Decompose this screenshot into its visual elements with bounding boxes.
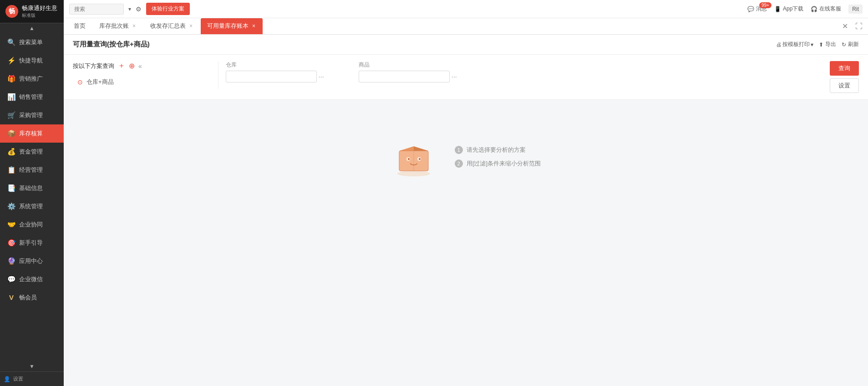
brand-tag: 标准版 (22, 12, 57, 18)
sidebar-item-label: 畅会员 (19, 293, 37, 302)
scheme-settings-btn[interactable]: ⊕ (129, 62, 135, 70)
sidebar-item-search[interactable]: 🔍 搜索菜单 (0, 33, 64, 51)
scheme-item-label: 仓库+商品 (86, 78, 114, 86)
topbar-industry-btn[interactable]: 体验行业方案 (146, 3, 190, 15)
sidebar-item-appcenter[interactable]: 🔮 应用中心 (0, 252, 64, 270)
tab-home[interactable]: 首页 (67, 18, 92, 34)
query-btn[interactable]: 查询 (830, 61, 859, 76)
scheme-collapse-btn[interactable]: « (138, 62, 142, 70)
topbar-dropdown-btn[interactable]: ▾ (128, 6, 131, 12)
hint-num-2: 2 (455, 160, 463, 168)
sidebar-item-quicknav[interactable]: ⚡ 快捷导航 (0, 51, 64, 70)
export-btn[interactable]: ⬆ 导出 (819, 41, 836, 48)
svg-point-5 (408, 158, 410, 160)
page-header-actions: 🖨 按模板打印 ▾ ⬆ 导出 ↻ 刷新 (776, 41, 859, 48)
sidebar-item-label: 快捷导航 (19, 57, 43, 65)
tabbar-expand-btn[interactable]: ⛶ (853, 21, 864, 31)
print-btn[interactable]: 🖨 按模板打印 ▾ (776, 41, 813, 48)
action-btns: 查询 设置 (825, 61, 859, 93)
sidebar-item-label: 经营管理 (19, 166, 43, 174)
sidebar-item-label: 销售管理 (19, 93, 43, 101)
product-dots-btn[interactable]: ··· (452, 73, 457, 80)
warehouse-field-label: 仓库 (226, 61, 353, 69)
sidebar-item-marketing[interactable]: 🎁 营销推广 (0, 70, 64, 88)
sidebar-item-label: 基础信息 (19, 184, 43, 192)
refresh-btn[interactable]: ↻ 刷新 (842, 41, 859, 48)
topbar-service-btn[interactable]: 🎧 在线客服 (811, 5, 841, 13)
phone-icon: 📱 (774, 6, 781, 12)
sidebar-item-operation[interactable]: 📋 经营管理 (0, 161, 64, 179)
sidebar-item-enterprise[interactable]: 🤝 企业协同 (0, 216, 64, 234)
hint-text-2: 用[过滤]条件来缩小分析范围 (467, 160, 541, 168)
page-header: 可用量查询(按仓库+商品) 🖨 按模板打印 ▾ ⬆ 导出 ↻ 刷新 (64, 35, 868, 55)
basic-icon: 📑 (7, 184, 15, 192)
sidebar-item-purchase[interactable]: 🛒 采购管理 (0, 106, 64, 124)
table-settings-btn[interactable]: 设置 (830, 78, 859, 93)
scheme-add-btn[interactable]: ＋ (118, 61, 125, 71)
member-icon: V (7, 293, 15, 301)
scheme-item-warehouse-product[interactable]: ⊙ 仓库+商品 (73, 75, 212, 89)
app-icon: 🔮 (7, 257, 15, 265)
sidebar-scroll-up-btn[interactable]: ▲ (0, 23, 64, 33)
tab-recv-summary[interactable]: 收发存汇总表 × (144, 18, 200, 34)
filter-scheme-header: 按以下方案查询 ＋ ⊕ « (73, 61, 212, 71)
dropdown-chevron-icon: ▾ (811, 41, 813, 48)
topbar: ▾ ⚙ 体验行业方案 💬 消息 99+ 📱 App下载 🎧 在线客服 Rit (64, 0, 868, 18)
wechat-icon: 💬 (7, 275, 15, 283)
sidebar-item-label: 应用中心 (19, 257, 43, 265)
brand-icon: 畅 (5, 5, 18, 18)
sidebar-scroll-down-btn[interactable]: ▼ (0, 361, 64, 371)
sidebar: 畅 畅康通好生意 标准版 ▲ 🔍 搜索菜单 ⚡ 快捷导航 🎁 营销推广 📊 销售… (0, 0, 64, 386)
empty-state-inner: 1 请先选择要分析的方案 2 用[过滤]条件来缩小分析范围 (391, 136, 541, 177)
topbar-app-btn[interactable]: 📱 App下载 (774, 5, 803, 13)
tabbar-right: ✕ ⛶ (840, 18, 864, 34)
sidebar-item-sales[interactable]: 📊 销售管理 (0, 88, 64, 106)
tab-available-inventory[interactable]: 可用量库存账本 × (201, 18, 263, 34)
enterprise-icon: 🤝 (7, 221, 15, 229)
tab-available-inventory-label: 可用量库存账本 (207, 22, 249, 30)
sidebar-item-label: 新手引导 (19, 239, 43, 247)
topbar-search-input[interactable] (69, 4, 124, 15)
sidebar-item-finance[interactable]: 💰 资金管理 (0, 143, 64, 161)
msg-badge: 99+ (759, 2, 772, 8)
svg-point-0 (397, 171, 430, 176)
sidebar-item-member[interactable]: V 畅会员 (0, 288, 64, 307)
sidebar-item-wechat[interactable]: 💬 企业微信 (0, 270, 64, 288)
filter-area: 按以下方案查询 ＋ ⊕ « ⊙ 仓库+商品 仓库 ··· (64, 55, 868, 100)
tab-recv-summary-label: 收发存汇总表 (150, 22, 186, 30)
tab-recv-summary-close[interactable]: × (188, 23, 193, 29)
brand-text: 畅康通好生意 标准版 (22, 5, 57, 18)
svg-point-6 (419, 158, 421, 160)
filter-scheme-panel: 按以下方案查询 ＋ ⊕ « ⊙ 仓库+商品 (73, 61, 218, 89)
topbar-msg-btn[interactable]: 💬 消息 99+ (747, 5, 767, 13)
sidebar-item-inventory[interactable]: 📦 库存核算 (0, 124, 64, 143)
tab-available-inventory-close[interactable]: × (251, 23, 256, 29)
brand-name: 畅康通好生意 (22, 5, 57, 12)
tabbar-close-btn[interactable]: ✕ (840, 21, 850, 31)
warehouse-input[interactable] (226, 71, 317, 82)
gear-icon: ⚙️ (7, 202, 15, 211)
warehouse-dots-btn[interactable]: ··· (319, 73, 324, 80)
printer-icon: 🖨 (776, 41, 782, 48)
hint-text-1: 请先选择要分析的方案 (467, 146, 526, 154)
inventory-icon: 📦 (7, 129, 15, 138)
tab-home-label: 首页 (74, 22, 86, 30)
sidebar-bottom: 👤 设置 (0, 371, 64, 386)
sidebar-item-basic[interactable]: 📑 基础信息 (0, 179, 64, 197)
sidebar-item-system[interactable]: ⚙️ 系统管理 (0, 197, 64, 216)
sidebar-item-label: 搜索菜单 (19, 38, 43, 46)
main-content: ▾ ⚙ 体验行业方案 💬 消息 99+ 📱 App下载 🎧 在线客服 Rit (64, 0, 868, 386)
sidebar-item-label: 企业微信 (19, 275, 43, 283)
product-input[interactable] (359, 71, 450, 82)
product-field-label: 商品 (359, 61, 486, 69)
tab-inventory-batch[interactable]: 库存批次账 × (93, 18, 143, 34)
sidebar-item-label: 资金管理 (19, 148, 43, 156)
sidebar-item-label: 系统管理 (19, 202, 43, 211)
sidebar-nav: 🔍 搜索菜单 ⚡ 快捷导航 🎁 营销推广 📊 销售管理 🛒 采购管理 📦 库存核… (0, 33, 64, 361)
filter-scheme-title: 按以下方案查询 (73, 62, 114, 70)
sidebar-item-guide[interactable]: 🎯 新手引导 (0, 234, 64, 252)
gift-icon: 🎁 (7, 75, 15, 83)
topbar-user-btn[interactable]: Rit (848, 5, 863, 14)
topbar-gear-btn[interactable]: ⚙ (136, 5, 142, 13)
tab-inventory-batch-close[interactable]: × (132, 23, 137, 29)
